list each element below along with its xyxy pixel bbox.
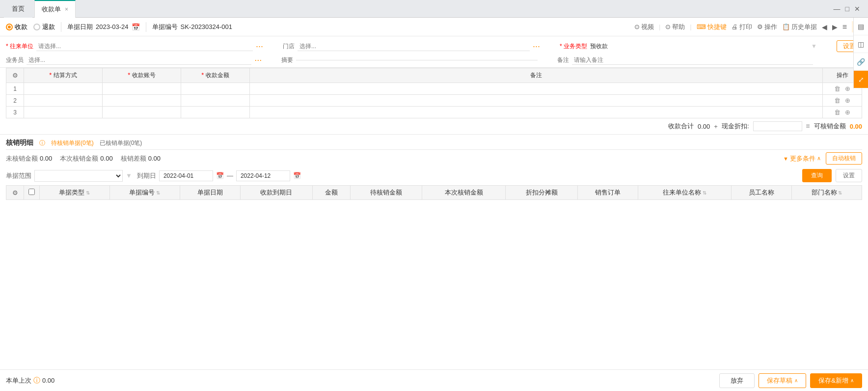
save-new-button[interactable]: 保存&新增 ∧ — [810, 373, 862, 388]
more-conditions-btn[interactable]: ▼ 更多条件 ∧ — [783, 154, 821, 163]
sidebar-icon-3[interactable]: 🔗 — [854, 53, 868, 71]
pending-tab[interactable]: 待核销单据(0笔) — [51, 139, 94, 147]
row2-copy-icon[interactable]: ⊕ — [845, 97, 850, 104]
tab-current[interactable]: 收款单 × — [34, 0, 76, 18]
verify-info-icon[interactable]: ⓘ — [39, 139, 45, 147]
partner-input[interactable] — [36, 42, 253, 51]
video-btn[interactable]: ⊙视频 — [634, 23, 654, 31]
col-settlement: 结算方式 — [54, 72, 77, 79]
col-due-date: 收款到期日 — [260, 189, 292, 196]
row2-delete-icon[interactable]: 🗑 — [834, 97, 841, 104]
partner-field: * 往来单位 ··· — [6, 41, 263, 52]
business-type-field: * 业务类型 预收款 ▼ — [560, 42, 817, 51]
col-staff-name: 员工名称 — [749, 189, 774, 196]
verify-title: 核销明细 — [6, 139, 33, 147]
history-btn[interactable]: 📋历史单据 — [782, 23, 817, 31]
col-account: 收款账号 — [132, 72, 156, 79]
verify-table-gear-icon[interactable]: ⚙ — [12, 189, 18, 196]
radio-refund[interactable]: 退款 — [33, 23, 55, 31]
due-date-filter: 到期日 📅 — 📅 — [137, 170, 301, 181]
bill-info: 本单上次 ⓘ 0.00 — [6, 376, 54, 385]
menu-icon[interactable]: ≡ — [842, 23, 847, 31]
sidebar-icon-2[interactable]: ◫ — [854, 35, 868, 53]
col-doc-type: 单据类型 — [59, 189, 84, 196]
query-button[interactable]: 查询 — [802, 169, 832, 182]
maximize-button[interactable]: □ — [845, 5, 849, 13]
close-button[interactable]: ✕ — [854, 5, 860, 13]
staff-field: 业务员 ··· — [6, 55, 262, 65]
col-dept-name: 部门名称 — [812, 189, 837, 196]
discount-label: 现金折扣: — [722, 122, 749, 131]
note-input[interactable] — [572, 56, 813, 65]
due-end-input[interactable] — [236, 170, 290, 181]
radio-receive[interactable]: 收款 — [6, 23, 27, 31]
store-field: 门店 ··· — [283, 41, 540, 52]
doc-number-field: 单据编号 SK-20230324-001 — [152, 23, 233, 31]
sidebar-icon-1[interactable]: ▤ — [854, 18, 868, 35]
table-row: 1 🗑 ⊕ — [6, 83, 862, 95]
nav-right-icon[interactable]: ▶ — [832, 23, 838, 31]
due-end-calendar-icon[interactable]: 📅 — [293, 172, 301, 179]
operation-btn[interactable]: ⚙操作 — [757, 23, 777, 31]
col-amount: 金额 — [325, 189, 338, 196]
partner-more-icon[interactable]: ··· — [256, 41, 263, 52]
discount-input[interactable] — [753, 121, 802, 131]
tab-home[interactable]: 首页 — [4, 0, 32, 18]
col-current-verify: 本次核销金额 — [445, 189, 483, 196]
range-dropdown-icon[interactable]: ▼ — [126, 172, 132, 179]
verify-diff: 核销差额 0.00 — [121, 154, 161, 163]
col-doc-number: 单据编号 — [129, 189, 155, 196]
store-more-icon[interactable]: ··· — [533, 41, 540, 52]
due-start-calendar-icon[interactable]: 📅 — [216, 172, 224, 179]
row3-copy-icon[interactable]: ⊕ — [845, 109, 850, 116]
row1-delete-icon[interactable]: 🗑 — [834, 85, 841, 92]
business-type-dropdown-icon[interactable]: ▼ — [811, 43, 817, 50]
col-note: 备注 — [530, 72, 542, 79]
table-row: 3 🗑 ⊕ — [6, 107, 862, 118]
table-settings-icon[interactable]: ⚙ — [12, 72, 18, 79]
print-btn[interactable]: 🖨打印 — [732, 23, 752, 31]
col-pending-amount: 待核销金额 — [370, 189, 402, 196]
current-verify-amount: 本次核销金额 0.00 — [60, 154, 112, 163]
discard-button[interactable]: 放弃 — [719, 373, 755, 388]
col-sales-order: 销售订单 — [595, 189, 621, 196]
row1-copy-icon[interactable]: ⊕ — [845, 85, 850, 92]
uncancelled-amount: 未核销金额 0.00 — [6, 154, 52, 163]
note-field: 备注 — [557, 56, 813, 65]
shortcut-btn[interactable]: ⌨快捷键 — [697, 23, 727, 31]
tab-close-icon[interactable]: × — [65, 6, 68, 13]
col-doc-date: 单据日期 — [197, 189, 223, 196]
summary-field: 摘要 — [281, 56, 537, 64]
nav-left-icon[interactable]: ◀ — [822, 23, 827, 31]
available-value: 0.00 — [850, 123, 862, 130]
table-row: 2 🗑 ⊕ — [6, 95, 862, 107]
date-field: 单据日期 2023-03-24 📅 — [67, 23, 140, 31]
minimize-button[interactable]: — — [834, 5, 841, 13]
staff-more-icon[interactable]: ··· — [254, 55, 262, 65]
sidebar-icon-4[interactable]: ⤢ — [854, 71, 868, 88]
doc-range-select[interactable] — [34, 170, 123, 182]
available-label: 可核销金额 — [814, 122, 846, 131]
select-all-checkbox[interactable] — [28, 189, 35, 195]
doc-range-filter: 单据范围 ▼ — [6, 170, 132, 182]
col-amount: 收款金额 — [206, 72, 229, 79]
calendar-icon[interactable]: 📅 — [132, 23, 140, 31]
filter-settings-button[interactable]: 设置 — [836, 169, 862, 182]
total-value: 0.00 — [698, 123, 710, 130]
done-tab[interactable]: 已核销单据(0笔) — [100, 139, 142, 147]
due-start-input[interactable] — [159, 170, 213, 181]
save-draft-button[interactable]: 保存草稿 ∧ — [759, 373, 806, 388]
total-label: 收款合计 — [668, 122, 694, 131]
footer-info-icon[interactable]: ⓘ — [33, 376, 40, 385]
store-input[interactable] — [298, 42, 530, 51]
auto-verify-button[interactable]: 自动核销 — [826, 152, 862, 165]
row3-delete-icon[interactable]: 🗑 — [834, 109, 841, 116]
staff-input[interactable] — [27, 56, 251, 65]
col-discount: 折扣分摊额 — [526, 189, 558, 196]
col-partner-name: 往来单位名称 — [663, 189, 701, 196]
help-btn[interactable]: ⊙帮助 — [665, 23, 685, 31]
